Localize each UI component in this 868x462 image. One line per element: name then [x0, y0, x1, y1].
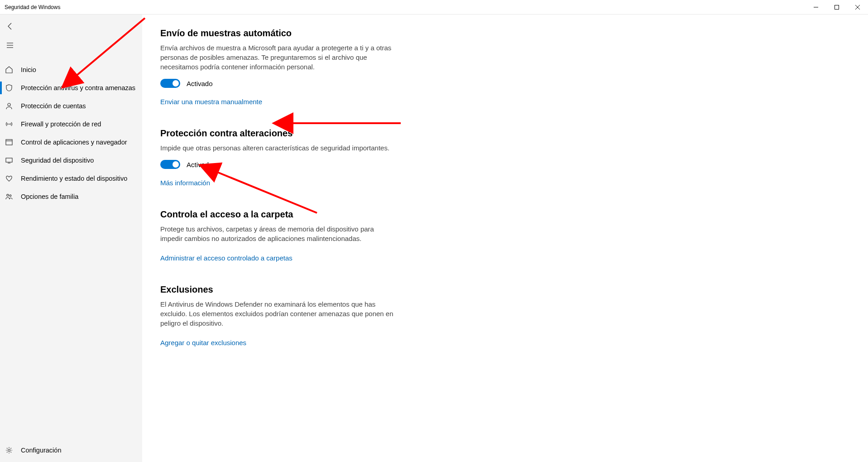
window-icon: [5, 138, 14, 147]
section-folder-access: Controla el acceso a la carpeta Protege …: [160, 209, 396, 262]
toggle-label: Activado: [187, 161, 213, 168]
gear-icon: [5, 446, 14, 455]
nav-label: Rendimiento y estado del dispositivo: [21, 175, 127, 182]
section-exclusions: Exclusiones El Antivirus de Windows Defe…: [160, 284, 396, 346]
nav-label: Configuración: [21, 447, 61, 454]
section-title: Exclusiones: [160, 284, 396, 295]
section-sample-submission: Envío de muestras automático Envía archi…: [160, 28, 396, 106]
svg-point-7: [8, 103, 10, 106]
antenna-icon: [5, 120, 14, 129]
svg-rect-11: [6, 158, 12, 162]
nav-device-security[interactable]: Seguridad del dispositivo: [0, 151, 142, 169]
svg-point-14: [10, 195, 11, 197]
nav-account-protection[interactable]: Protección de cuentas: [0, 97, 142, 115]
svg-rect-1: [835, 5, 839, 9]
close-button[interactable]: [847, 0, 868, 14]
nav-home[interactable]: Inicio: [0, 61, 142, 79]
toggle-tamper-protection[interactable]: [160, 160, 180, 169]
section-desc: El Antivirus de Windows Defender no exam…: [160, 299, 396, 328]
nav-label: Seguridad del dispositivo: [21, 157, 94, 164]
sidebar: Inicio Protección antivirus y contra ame…: [0, 14, 142, 462]
window-title: Seguridad de Windows: [5, 4, 60, 10]
section-title: Envío de muestras automático: [160, 28, 396, 38]
nav-firewall[interactable]: Firewall y protección de red: [0, 115, 142, 133]
section-title: Controla el acceso a la carpeta: [160, 209, 396, 220]
titlebar: Seguridad de Windows: [0, 0, 868, 14]
content-area: Envío de muestras automático Envía archi…: [142, 14, 868, 462]
section-desc: Protege tus archivos, carpetas y áreas d…: [160, 224, 396, 243]
svg-rect-9: [6, 140, 12, 145]
person-icon: [5, 101, 14, 111]
nav-label: Inicio: [21, 66, 36, 73]
nav-virus-threat[interactable]: Protección antivirus y contra amenazas: [0, 79, 142, 97]
nav: Inicio Protección antivirus y contra ame…: [0, 61, 142, 441]
family-icon: [5, 192, 14, 201]
section-tamper-protection: Protección contra alteraciones Impide qu…: [160, 128, 396, 187]
nav-label: Firewall y protección de red: [21, 120, 101, 128]
minimize-button[interactable]: [806, 0, 826, 14]
link-submit-sample[interactable]: Enviar una muestra manualmente: [160, 98, 262, 106]
nav-label: Protección antivirus y contra amenazas: [21, 84, 135, 91]
link-manage-folder-access[interactable]: Administrar el acceso controlado a carpe…: [160, 254, 293, 262]
nav-label: Protección de cuentas: [21, 102, 86, 110]
heart-icon: [5, 174, 14, 183]
nav-settings[interactable]: Configuración: [0, 441, 142, 459]
svg-point-8: [9, 124, 10, 125]
toggle-sample-submission[interactable]: [160, 79, 180, 88]
nav-label: Control de aplicaciones y navegador: [21, 139, 127, 146]
section-title: Protección contra alteraciones: [160, 128, 396, 139]
window-controls: [806, 0, 868, 14]
svg-point-15: [8, 449, 10, 452]
home-icon: [5, 65, 14, 74]
device-icon: [5, 156, 14, 165]
link-more-info[interactable]: Más información: [160, 179, 210, 187]
nav-label: Opciones de familia: [21, 193, 78, 200]
hamburger-button[interactable]: [1, 36, 19, 54]
maximize-button[interactable]: [826, 0, 847, 14]
back-button[interactable]: [1, 17, 19, 35]
toggle-label: Activado: [187, 80, 213, 87]
shield-icon: [5, 83, 14, 92]
link-add-remove-exclusions[interactable]: Agregar o quitar exclusiones: [160, 339, 246, 346]
svg-point-13: [7, 194, 9, 196]
nav-app-browser[interactable]: Control de aplicaciones y navegador: [0, 133, 142, 151]
section-desc: Envía archivos de muestra a Microsoft pa…: [160, 43, 396, 72]
section-desc: Impide que otras personas alteren caract…: [160, 143, 396, 153]
nav-device-health[interactable]: Rendimiento y estado del dispositivo: [0, 169, 142, 188]
nav-family-options[interactable]: Opciones de familia: [0, 188, 142, 206]
